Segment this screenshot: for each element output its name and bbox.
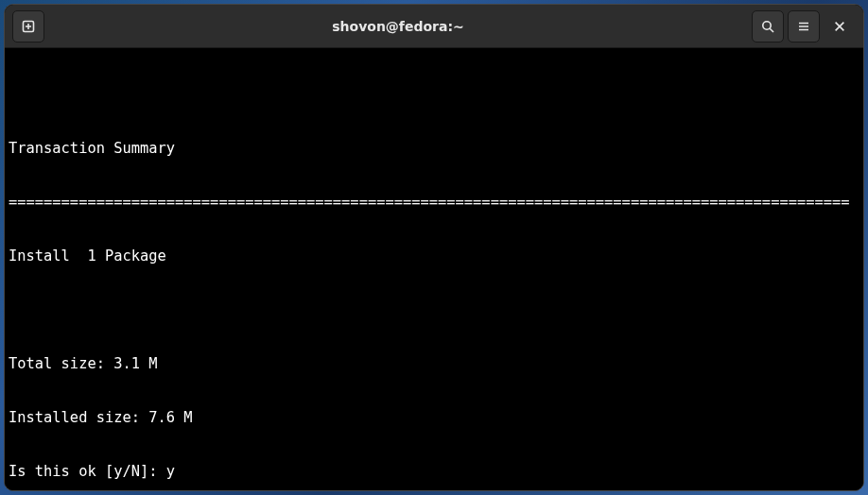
close-button[interactable] bbox=[824, 10, 856, 43]
window-title: shovon@fedora:~ bbox=[46, 19, 750, 34]
terminal-body[interactable]: Transaction Summary ====================… bbox=[5, 48, 863, 490]
svg-point-3 bbox=[763, 21, 771, 28]
total-size: Total size: 3.1 M bbox=[9, 355, 859, 373]
terminal-window: shovon@fedora:~ bbox=[4, 4, 864, 491]
blank-line bbox=[9, 86, 859, 104]
new-tab-icon bbox=[21, 19, 36, 34]
confirm-prompt: Is this ok [y/N]: y bbox=[9, 463, 859, 481]
svg-line-4 bbox=[770, 28, 773, 32]
close-icon bbox=[833, 20, 846, 33]
menu-button[interactable] bbox=[788, 10, 820, 43]
blank-line bbox=[9, 301, 859, 319]
search-icon bbox=[760, 19, 775, 34]
rule-line: ========================================… bbox=[9, 194, 859, 212]
installed-size: Installed size: 7.6 M bbox=[9, 409, 859, 427]
titlebar: shovon@fedora:~ bbox=[5, 5, 863, 48]
hamburger-icon bbox=[796, 19, 811, 34]
install-count: Install 1 Package bbox=[9, 248, 859, 265]
search-button[interactable] bbox=[752, 10, 784, 43]
new-tab-button[interactable] bbox=[12, 10, 44, 43]
txn-summary-heading: Transaction Summary bbox=[9, 140, 859, 158]
